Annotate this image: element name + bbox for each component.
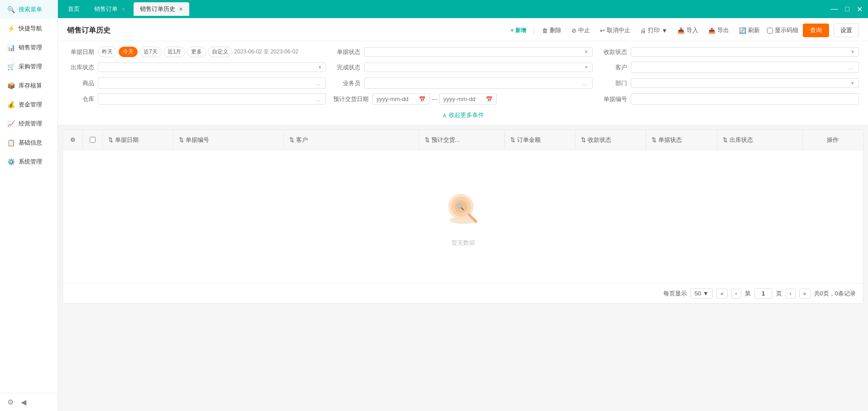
delivery-date-start[interactable]: 📅	[372, 93, 430, 105]
page-number-input[interactable]	[754, 288, 772, 299]
completion-status-select[interactable]: ▼	[364, 63, 592, 72]
window-maximize-button[interactable]: □	[843, 3, 851, 15]
sidebar-item-label: 经营管理	[19, 120, 42, 128]
clipboard-icon: 📋	[7, 139, 15, 146]
refresh-button[interactable]: 🔄 刷新	[736, 24, 762, 36]
collapse-icon[interactable]: ◀	[21, 398, 26, 406]
import-button[interactable]: 📥 导入	[675, 24, 701, 36]
th-checkbox[interactable]	[83, 130, 103, 150]
filter-area: 单据日期 昨天 今天 近7天 近1月 更多 自定义 2023-06-02 至 2…	[58, 41, 868, 125]
filter-group-customer: 客户 ...	[600, 62, 859, 73]
date-7days-btn[interactable]: 近7天	[139, 47, 162, 57]
query-button[interactable]: 查询	[803, 24, 829, 37]
display-columns-input[interactable]	[767, 28, 773, 34]
filter-group-order-status: 单据状态 ▼	[333, 47, 592, 57]
payment-status-select[interactable]: ▼	[631, 47, 859, 57]
department-label: 部门	[600, 79, 627, 87]
per-page-label: 每页显示	[663, 290, 687, 298]
customer-dots[interactable]: ...	[846, 64, 855, 71]
sidebar-item-basic-info[interactable]: 📋 基础信息	[0, 133, 58, 152]
sort-stock-status-icon: ⇅	[723, 136, 728, 143]
date-custom-btn[interactable]: 自定义	[208, 47, 232, 57]
tab-sales-order-history[interactable]: 销售订单历史 ✕	[134, 2, 189, 16]
next-page-button[interactable]: ›	[786, 289, 796, 299]
customer-text-input[interactable]	[635, 64, 846, 71]
sidebar-item-finance[interactable]: 💰 资金管理	[0, 95, 58, 114]
delivery-date-start-input[interactable]	[376, 96, 417, 102]
settings-bottom-icon[interactable]: ⚙	[7, 398, 14, 406]
select-all-checkbox[interactable]	[90, 137, 96, 143]
department-select[interactable]: ▼	[631, 78, 859, 88]
last-page-button[interactable]: »	[799, 289, 810, 299]
window-minimize-button[interactable]: —	[829, 3, 839, 15]
warehouse-dots[interactable]: ...	[313, 96, 322, 102]
tab-sales-order-history-close[interactable]: ✕	[179, 6, 183, 12]
first-page-button[interactable]: «	[716, 289, 728, 299]
delivery-date-end-input[interactable]	[443, 96, 484, 102]
th-date[interactable]: ⇅ 单据日期	[103, 130, 173, 150]
tab-sales-order-history-label: 销售订单历史	[140, 5, 175, 13]
delete-button[interactable]: 🗑 删除	[539, 24, 564, 36]
collapse-button[interactable]: ∧ 收起更多条件	[442, 111, 484, 119]
date-today-btn[interactable]: 今天	[119, 47, 138, 57]
salesperson-input[interactable]: ...	[364, 77, 592, 89]
box-icon: 📦	[7, 82, 15, 89]
th-customer[interactable]: ⇅ 客户	[284, 130, 419, 150]
trend-icon: 📈	[7, 120, 15, 127]
delivery-status-select[interactable]: ▼	[98, 63, 326, 72]
sidebar-item-sales[interactable]: 📊 销售管理	[0, 38, 58, 57]
salesperson-text-input[interactable]	[368, 80, 580, 87]
product-input[interactable]: ...	[98, 77, 326, 89]
customer-input[interactable]: ...	[631, 62, 859, 73]
stop-button[interactable]: ⊘ 中止	[569, 24, 593, 36]
page-title-row: 销售订单历史 + 新增 | 🗑 删除 ⊘ 中止 ↩ 取消中止	[67, 24, 859, 37]
th-delivery[interactable]: ⇅ 预计交货...	[419, 130, 505, 150]
salesperson-dots[interactable]: ...	[580, 80, 589, 87]
display-columns-checkbox[interactable]: 显示码细	[767, 26, 798, 34]
order-no-input[interactable]	[631, 93, 859, 105]
warehouse-text-input[interactable]	[102, 96, 313, 102]
new-button[interactable]: + 新增	[508, 25, 528, 36]
sidebar: 🔍 搜索菜单 ⚡ 快捷导航 📊 销售管理 🛒 采购管理 📦 库存核算 💰 资金管…	[0, 0, 58, 411]
print-button[interactable]: 🖨 打印 ▼	[638, 24, 670, 36]
th-order-no[interactable]: ⇅ 单据编号	[173, 130, 284, 150]
tab-home[interactable]: 首页	[62, 2, 86, 16]
sort-order-status-icon: ⇅	[652, 136, 657, 143]
export-button[interactable]: 📤 导出	[705, 24, 732, 36]
date-more-btn[interactable]: 更多	[187, 47, 206, 57]
sidebar-item-quick-nav[interactable]: ⚡ 快捷导航	[0, 19, 58, 38]
tab-sales-order[interactable]: 销售订单 ✕	[88, 2, 132, 16]
per-page-dropdown-arrow: ▼	[703, 290, 709, 297]
filter-group-delivery-date: 预计交货日期 📅 — 📅	[333, 93, 592, 105]
th-stock-status[interactable]: ⇅ 出库状态	[717, 130, 803, 150]
order-no-text-input[interactable]	[635, 96, 855, 102]
prev-page-button[interactable]: ‹	[731, 289, 741, 299]
warehouse-input[interactable]: ...	[98, 93, 326, 105]
print-icon: 🖨	[640, 27, 646, 34]
export-icon: 📤	[708, 27, 715, 34]
delivery-status-dropdown-arrow: ▼	[317, 65, 322, 70]
calendar-start-icon: 📅	[419, 96, 426, 102]
sort-order-no-icon: ⇅	[179, 136, 184, 143]
order-status-select[interactable]: ▼	[364, 47, 592, 57]
date-1month-btn[interactable]: 近1月	[163, 47, 186, 57]
tab-home-label: 首页	[68, 5, 80, 13]
sidebar-item-operations[interactable]: 📈 经营管理	[0, 114, 58, 133]
th-pay-status[interactable]: ⇅ 收款状态	[575, 130, 646, 150]
sidebar-item-purchase[interactable]: 🛒 采购管理	[0, 57, 58, 76]
delivery-date-end[interactable]: 📅	[439, 93, 497, 105]
settings-button[interactable]: 设置	[834, 24, 859, 37]
th-order-status[interactable]: ⇅ 单据状态	[646, 130, 717, 150]
product-dots[interactable]: ...	[313, 80, 322, 87]
per-page-select[interactable]: 50 ▼	[691, 288, 713, 299]
th-amount[interactable]: ⇅ 订单金额	[505, 130, 575, 150]
sidebar-item-system[interactable]: ⚙️ 系统管理	[0, 152, 58, 171]
product-text-input[interactable]	[102, 80, 313, 87]
sidebar-item-search[interactable]: 🔍 搜索菜单	[0, 0, 58, 19]
window-close-button[interactable]: ✕	[855, 3, 864, 15]
cancel-stop-button[interactable]: ↩ 取消中止	[597, 24, 633, 36]
th-settings[interactable]: ⚙	[63, 130, 83, 150]
sidebar-item-inventory[interactable]: 📦 库存核算	[0, 76, 58, 95]
date-yesterday-btn[interactable]: 昨天	[98, 47, 117, 57]
tab-sales-order-close[interactable]: ✕	[121, 6, 125, 12]
